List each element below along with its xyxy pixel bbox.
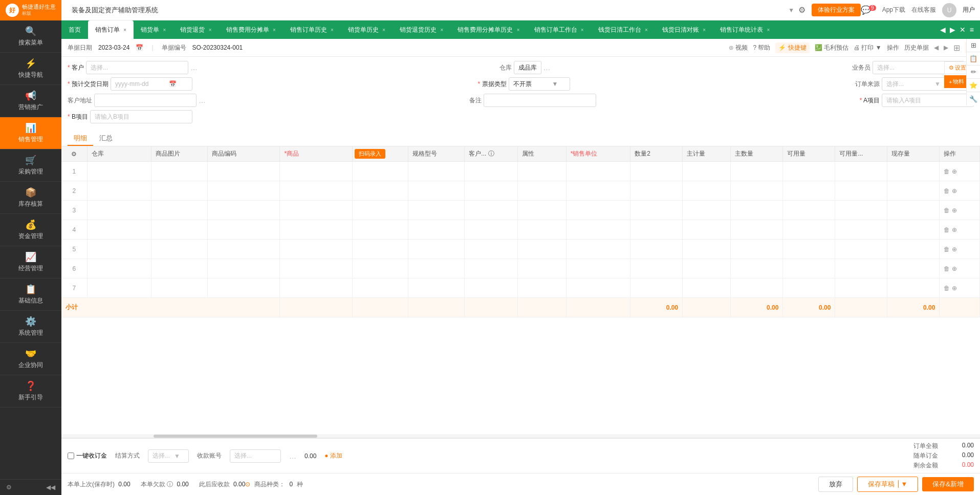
row3-qty2[interactable] — [630, 201, 683, 220]
receipt-account-input[interactable]: 选择... — [230, 449, 281, 463]
row7-attribute[interactable] — [518, 278, 566, 298]
row3-warehouse[interactable] — [87, 201, 151, 220]
row6-warehouse[interactable] — [87, 259, 151, 278]
row5-warehouse[interactable] — [87, 240, 151, 259]
tab-close-icon[interactable]: × — [163, 27, 166, 33]
tab-close-icon[interactable]: × — [767, 27, 770, 33]
row2-product-code[interactable] — [208, 181, 280, 201]
row7-delete-icon[interactable]: 🗑 — [944, 285, 950, 292]
row4-copy-icon[interactable]: ⊕ — [952, 226, 957, 233]
row7-spec[interactable] — [408, 278, 465, 298]
tab-close-icon[interactable]: × — [209, 27, 212, 33]
row5-attribute[interactable] — [518, 240, 566, 259]
tab-close-icon[interactable]: × — [331, 27, 334, 33]
row4-spec[interactable] — [408, 220, 465, 240]
row1-customer-code[interactable] — [465, 162, 518, 181]
row6-customer-code[interactable] — [465, 259, 518, 278]
customer-more-icon[interactable]: … — [190, 63, 198, 72]
row2-customer-code[interactable] — [465, 181, 518, 201]
save-draft-arrow-icon[interactable]: ▼ — [898, 480, 907, 488]
row1-product-code[interactable] — [208, 162, 280, 181]
profit-preview-btn[interactable]: 💹 毛利预估 — [815, 44, 848, 52]
sidebar-item-search[interactable]: 🔍 搜索菜单 — [0, 20, 61, 53]
tab-sales-stats[interactable]: 销售订单统计表 × — [713, 20, 777, 39]
row1-qty2[interactable] — [630, 162, 683, 181]
discard-button[interactable]: 放弃 — [818, 477, 853, 492]
tab-order-workbench[interactable]: 销售订单工作台 × — [527, 20, 591, 39]
calendar-icon[interactable]: 📅 — [136, 44, 143, 51]
row5-customer-code[interactable] — [465, 240, 518, 259]
row6-copy-icon[interactable]: ⊕ — [952, 265, 957, 272]
history-btn[interactable]: 历史单据 — [904, 44, 929, 52]
sidebar-settings-icon[interactable]: ⚙ — [6, 484, 12, 491]
address-more-icon[interactable]: … — [199, 96, 206, 104]
row2-copy-icon[interactable]: ⊕ — [952, 187, 957, 195]
row4-main-unit[interactable] — [683, 220, 731, 240]
row2-spec[interactable] — [408, 181, 465, 201]
b-project-input[interactable]: 请输入B项目 — [90, 110, 192, 123]
invoice-type-select[interactable]: 不开票 ▼ — [509, 77, 570, 91]
save-new-button[interactable]: 保存&新增 — [922, 477, 974, 491]
row1-copy-icon[interactable]: ⊕ — [952, 168, 957, 175]
row5-product[interactable] — [280, 240, 352, 259]
scrollbar-thumb[interactable] — [154, 435, 317, 438]
tab-invoice-history[interactable]: 销货单历史 × — [341, 20, 393, 39]
row3-delete-icon[interactable]: 🗑 — [944, 207, 950, 214]
row7-product[interactable] — [280, 278, 352, 298]
app-download-link[interactable]: App下载 — [882, 6, 905, 14]
row6-sales-unit[interactable] — [566, 259, 630, 278]
row2-main-qty[interactable] — [731, 181, 783, 201]
tab-daily-workbench[interactable]: 钱货日清工作台 × — [591, 20, 655, 39]
sidebar-item-enterprise[interactable]: 🤝 企业协同 — [0, 343, 61, 375]
row6-product[interactable] — [280, 259, 352, 278]
row3-attribute[interactable] — [518, 201, 566, 220]
row7-sales-unit[interactable] — [566, 278, 630, 298]
tab-close-icon[interactable]: × — [581, 27, 584, 33]
row4-main-qty[interactable] — [731, 220, 783, 240]
row5-product-code[interactable] — [208, 240, 280, 259]
shortcut-btn[interactable]: ⚡ 快捷键 — [775, 42, 809, 53]
industry-plan-button[interactable]: 体验行业方案 — [812, 4, 861, 16]
row2-delete-icon[interactable]: 🗑 — [944, 187, 950, 195]
row2-product[interactable] — [280, 181, 352, 201]
row2-warehouse[interactable] — [87, 181, 151, 201]
sidebar-collapse-icon[interactable]: ◀◀ — [46, 484, 55, 491]
row1-product[interactable] — [280, 162, 352, 181]
customer-input[interactable]: 选择... — [86, 61, 188, 74]
tab-close-icon[interactable]: × — [123, 27, 126, 33]
row5-copy-icon[interactable]: ⊕ — [952, 246, 957, 253]
row4-qty2[interactable] — [630, 220, 683, 240]
current-discount-info-icon[interactable]: ⓘ — [167, 481, 173, 488]
col-settings[interactable]: ⚙ — [61, 146, 87, 162]
horizontal-scrollbar[interactable] — [61, 434, 980, 438]
row7-warehouse[interactable] — [87, 278, 151, 298]
row1-spec[interactable] — [408, 162, 465, 181]
sidebar-item-operations[interactable]: 📈 经营管理 — [0, 246, 61, 278]
warehouse-input[interactable]: 成品库 — [514, 61, 541, 74]
row4-delete-icon[interactable]: 🗑 — [944, 226, 950, 233]
row4-product-code[interactable] — [208, 220, 280, 240]
row7-qty2[interactable] — [630, 278, 683, 298]
row6-main-unit[interactable] — [683, 259, 731, 278]
note-input[interactable] — [484, 94, 596, 107]
row1-attribute[interactable] — [518, 162, 566, 181]
tab-close-icon[interactable]: × — [517, 27, 520, 33]
sidebar-item-sales[interactable]: 📊 销售管理 — [0, 117, 61, 149]
row7-main-unit[interactable] — [683, 278, 731, 298]
row4-attribute[interactable] — [518, 220, 566, 240]
row1-main-unit[interactable] — [683, 162, 731, 181]
row5-main-unit[interactable] — [683, 240, 731, 259]
right-panel-btn-2[interactable]: 📋 — [967, 52, 980, 66]
customer-address-input[interactable] — [94, 94, 197, 107]
row7-main-qty[interactable] — [731, 278, 783, 298]
tab-sales-return[interactable]: 销货退货 × — [173, 20, 219, 39]
row3-main-qty[interactable] — [731, 201, 783, 220]
row7-product-code[interactable] — [208, 278, 280, 298]
row7-customer-code[interactable] — [465, 278, 518, 298]
tab-prev-icon[interactable]: ◀ — [938, 26, 948, 34]
tab-home[interactable]: 首页 — [61, 20, 88, 39]
row2-sales-unit[interactable] — [566, 181, 630, 201]
tab-menu-icon[interactable]: ≡ — [968, 26, 976, 34]
tab-expense-history[interactable]: 销售费用分摊单历史 × — [450, 20, 527, 39]
row5-main-qty[interactable] — [731, 240, 783, 259]
